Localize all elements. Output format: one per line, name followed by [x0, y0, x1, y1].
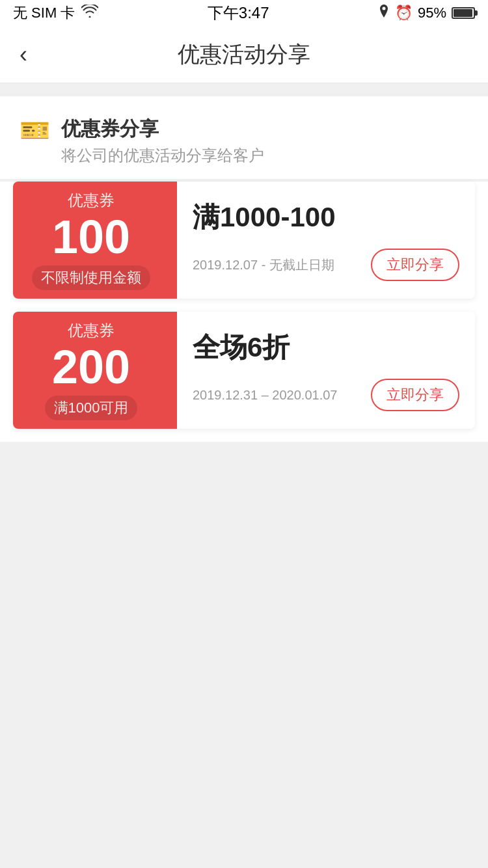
coupon-share-icon: 🎫 — [20, 116, 51, 147]
share-button-1[interactable]: 立即分享 — [371, 249, 459, 281]
coupon-footer-2: 2019.12.31 – 2020.01.07 立即分享 — [193, 379, 459, 411]
coupon-footer-1: 2019.12.07 - 无截止日期 立即分享 — [193, 249, 459, 281]
section-subtitle: 将公司的优惠活动分享给客户 — [61, 145, 264, 166]
coupon-value-2: 200 — [52, 344, 130, 390]
battery-icon — [452, 7, 475, 19]
share-button-2[interactable]: 立即分享 — [371, 379, 459, 411]
coupon-card: 优惠券 100 不限制使用金额 满1000-100 2019.12.07 - 无… — [13, 182, 475, 299]
battery-text: 95% — [418, 5, 446, 21]
coupon-condition-1: 不限制使用金额 — [32, 265, 150, 290]
coupon-name-1: 满1000-100 — [193, 199, 459, 236]
coupon-left-2: 优惠券 200 满1000可用 — [13, 312, 169, 429]
coupon-value-1: 100 — [52, 213, 130, 260]
status-bar: 无 SIM 卡 下午3:47 ⏰ 95% — [0, 0, 488, 26]
status-left: 无 SIM 卡 — [13, 3, 98, 23]
coupon-dates-1: 2019.12.07 - 无截止日期 — [193, 256, 334, 274]
coupon-left-1: 优惠券 100 不限制使用金额 — [13, 182, 169, 299]
coupon-right-2: 全场6折 2019.12.31 – 2020.01.07 立即分享 — [169, 312, 475, 429]
wifi-icon — [81, 5, 98, 21]
sim-status: 无 SIM 卡 — [13, 3, 75, 23]
back-button[interactable]: ‹ — [20, 41, 27, 68]
status-right: ⏰ 95% — [378, 5, 475, 21]
coupon-card-2: 优惠券 200 满1000可用 全场6折 2019.12.31 – 2020.0… — [13, 312, 475, 429]
coupon-condition-2: 满1000可用 — [45, 396, 138, 420]
page-title: 优惠活动分享 — [178, 40, 310, 70]
alarm-icon: ⏰ — [395, 5, 413, 21]
section-title: 优惠券分享 — [61, 116, 264, 142]
bottom-area — [0, 442, 488, 806]
nav-bar: ‹ 优惠活动分享 — [0, 26, 488, 83]
coupon-label-1: 优惠券 — [68, 190, 115, 211]
section-header: 🎫 优惠券分享 将公司的优惠活动分享给客户 — [0, 96, 488, 179]
coupon-list: 优惠券 100 不限制使用金额 满1000-100 2019.12.07 - 无… — [0, 182, 488, 442]
status-time: 下午3:47 — [208, 3, 269, 23]
coupon-right-1: 满1000-100 2019.12.07 - 无截止日期 立即分享 — [169, 182, 475, 299]
coupon-label-2: 优惠券 — [68, 320, 115, 341]
coupon-name-2: 全场6折 — [193, 329, 459, 366]
location-icon — [378, 5, 390, 21]
section-text: 优惠券分享 将公司的优惠活动分享给客户 — [61, 116, 264, 166]
coupon-dates-2: 2019.12.31 – 2020.01.07 — [193, 388, 337, 403]
